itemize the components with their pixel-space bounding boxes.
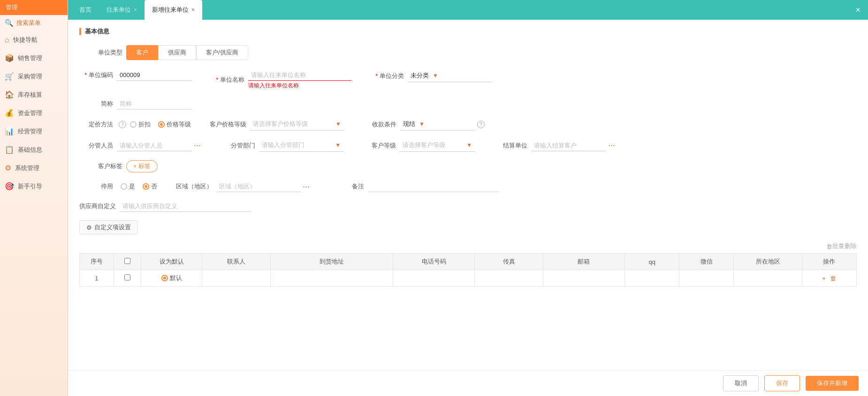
row-qq[interactable]	[625, 270, 679, 287]
save-and-new-button[interactable]: 保存并新增	[806, 376, 859, 391]
region-more-btn[interactable]: ···	[301, 182, 312, 192]
department-label: 分管部门	[221, 141, 259, 150]
unit-name-input[interactable]	[248, 70, 351, 81]
pricing-discount-radio[interactable]	[130, 121, 137, 128]
sidebar-item-search[interactable]: 🔍 搜索菜单	[0, 15, 68, 31]
row-contact-input[interactable]	[207, 275, 265, 282]
disabled-yes-option[interactable]: 是	[121, 182, 135, 191]
row-email[interactable]	[543, 270, 624, 287]
row-contact[interactable]	[202, 270, 270, 287]
row-area-input[interactable]	[739, 275, 797, 282]
supervisor-more-btn[interactable]: ···	[192, 140, 203, 150]
disabled-no-option[interactable]: 否	[143, 182, 157, 191]
row-default-radio[interactable]	[161, 275, 168, 281]
disabled-yes-radio[interactable]	[121, 183, 127, 190]
field-department: 分管部门 请输入分管部门 ▼	[221, 139, 343, 152]
unit-type-both-btn[interactable]: 客户/供应商	[196, 45, 248, 60]
cancel-button[interactable]: 取消	[723, 375, 759, 391]
custom-settings-label: 自定义项设置	[94, 223, 131, 232]
th-wechat: 微信	[679, 254, 734, 270]
unit-name-label: 单位名称	[211, 76, 248, 84]
customer-price-level-select[interactable]: 请选择客户价格等级 ▼	[250, 118, 344, 131]
sidebar-item-newbie[interactable]: 🎯 新手引导	[0, 177, 68, 195]
abbreviation-input[interactable]	[117, 98, 192, 109]
row-default-radio-label[interactable]: 默认	[146, 274, 198, 282]
row-fax-input[interactable]	[480, 275, 538, 282]
pricing-level-option[interactable]: 价格等级	[158, 120, 191, 129]
settlement-unit-more-btn[interactable]: ···	[606, 140, 617, 150]
pricing-discount-option[interactable]: 折扣	[130, 120, 151, 129]
row-phone-input[interactable]	[398, 275, 470, 282]
sidebar-item-label: 快捷导航	[13, 36, 38, 44]
sidebar-item-operations[interactable]: 📊 经营管理	[0, 122, 68, 140]
abbreviation-label: 简称	[79, 100, 117, 108]
row-operation: + 🗑	[802, 270, 856, 287]
settlement-unit-label: 结算单位	[494, 141, 531, 150]
unit-code-label: 单位编码	[79, 71, 117, 79]
tab-new-partner-close[interactable]: ×	[191, 7, 195, 13]
unit-type-customer-btn[interactable]: 客户	[126, 45, 158, 60]
supervisor-input[interactable]	[117, 140, 192, 151]
sidebar-item-label: 库存核算	[18, 91, 42, 99]
row-default[interactable]: 默认	[141, 270, 202, 287]
select-all-checkbox[interactable]	[124, 258, 130, 264]
unit-category-select[interactable]: 未分类 ▼	[408, 70, 492, 82]
row-check[interactable]	[114, 270, 141, 287]
row-unit-info: 单位编码 单位名称 请输入往来单位名称 单位分类 未分类 ▼	[79, 70, 857, 90]
search-icon: 🔍	[5, 19, 14, 27]
form-area: 基本信息 单位类型 客户 供应商 客户/供应商 单位编码 单位名称 请输入往来单…	[68, 20, 868, 370]
row-delete-btn[interactable]: 🗑	[830, 275, 836, 282]
disabled-yes-label: 是	[129, 182, 135, 191]
sidebar-item-finance[interactable]: 💰 资金管理	[0, 104, 68, 122]
tab-partner-close[interactable]: ×	[134, 7, 137, 13]
unit-type-supplier-btn[interactable]: 供应商	[158, 45, 196, 60]
field-pricing-method: 定价方法 ? 折扣 价格等级	[79, 120, 191, 129]
row-address[interactable]	[270, 270, 393, 287]
tab-partner[interactable]: 往来单位 ×	[99, 0, 145, 20]
tab-home[interactable]: 首页	[72, 0, 99, 20]
row-email-input[interactable]	[548, 275, 620, 282]
row-num: 1	[80, 270, 114, 287]
unit-code-input[interactable]	[117, 70, 192, 81]
row-qq-input[interactable]	[630, 275, 674, 282]
sidebar-item-sales[interactable]: 📦 销售管理	[0, 49, 68, 67]
region-input[interactable]	[216, 181, 301, 192]
pricing-level-radio[interactable]	[158, 121, 165, 128]
row-checkbox[interactable]	[124, 274, 130, 280]
payment-terms-select[interactable]: 现结 ▼	[400, 118, 475, 131]
remark-input[interactable]	[368, 181, 499, 192]
unit-type-label: 单位类型	[79, 48, 126, 57]
disabled-no-radio[interactable]	[143, 183, 149, 190]
inventory-icon: 🏠	[5, 90, 14, 99]
tab-bar: 首页 往来单位 × 新增往来单位 × ×	[68, 0, 868, 20]
field-abbreviation: 简称	[79, 98, 192, 109]
payment-terms-label: 收款条件	[363, 120, 400, 129]
tab-bar-close-all[interactable]: ×	[852, 5, 864, 15]
row-wechat-input[interactable]	[684, 275, 729, 282]
pricing-help-icon[interactable]: ?	[119, 121, 126, 128]
department-select[interactable]: 请输入分管部门 ▼	[259, 139, 343, 152]
row-area[interactable]	[734, 270, 802, 287]
batch-delete-button[interactable]: 🗑 批量删除	[826, 242, 857, 250]
sidebar-item-inventory[interactable]: 🏠 库存核算	[0, 85, 68, 104]
supplier-custom-input[interactable]	[120, 201, 251, 212]
payment-terms-help-icon[interactable]: ?	[477, 121, 485, 128]
sidebar-item-system[interactable]: ⚙ 系统管理	[0, 159, 68, 177]
supplier-custom-label: 供应商自定义	[79, 202, 120, 210]
custom-settings-button[interactable]: ⚙ 自定义项设置	[79, 220, 138, 234]
sidebar-item-purchase[interactable]: 🛒 采购管理	[0, 67, 68, 85]
save-button[interactable]: 保存	[764, 375, 800, 391]
sidebar-item-basic[interactable]: 📋 基础信息	[0, 140, 68, 159]
row-fax[interactable]	[475, 270, 543, 287]
row-address-input[interactable]	[275, 275, 388, 282]
gear-icon: ⚙	[86, 224, 92, 231]
row-wechat[interactable]	[679, 270, 734, 287]
add-tag-button[interactable]: + 标签	[126, 160, 158, 172]
row-phone[interactable]	[393, 270, 475, 287]
customer-level-select[interactable]: 请选择客户等级 ▼	[400, 139, 475, 152]
settlement-unit-input[interactable]	[531, 140, 606, 151]
sidebar-item-quick-nav[interactable]: ⌂ 快捷导航	[0, 31, 68, 49]
row-add-btn[interactable]: +	[822, 275, 826, 282]
department-arrow: ▼	[335, 142, 341, 148]
tab-new-partner[interactable]: 新增往来单位 ×	[145, 0, 202, 20]
